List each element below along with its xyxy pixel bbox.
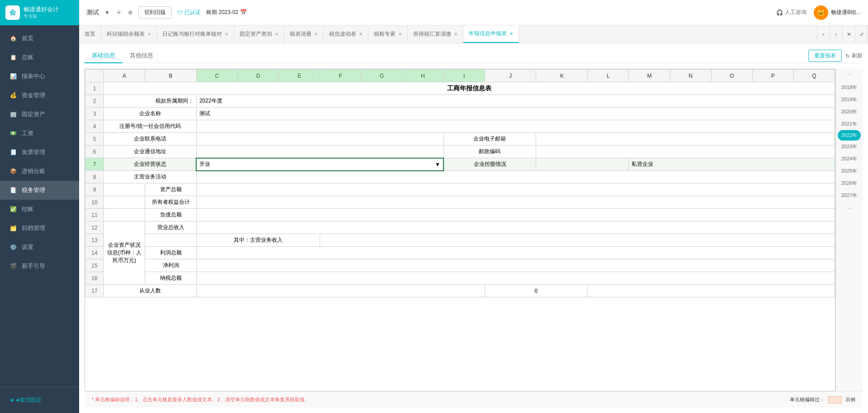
cell-C4[interactable] <box>196 120 835 133</box>
reset-button[interactable]: 重置报表 <box>808 50 842 62</box>
sidebar-item-固定资产[interactable]: 🏢 固定资产 <box>0 105 79 124</box>
cell-C3[interactable]: 测试 <box>196 108 835 120</box>
title-cell[interactable]: 工商年报信息表 <box>104 82 835 95</box>
cell-C10[interactable] <box>196 196 835 209</box>
tab-close-1[interactable]: ✕ <box>147 32 151 37</box>
refresh-button[interactable]: ↻ 刷新 <box>845 50 863 62</box>
col-header-N[interactable]: N <box>670 70 711 82</box>
col-header-M[interactable]: M <box>629 70 670 82</box>
dropdown-value[interactable]: 开业 ▼ <box>197 160 443 169</box>
cell-C16[interactable] <box>196 272 835 285</box>
tab-item-5[interactable]: 税负波动表✕ <box>324 25 368 43</box>
col-header-E[interactable]: E <box>279 70 320 82</box>
tab-expand[interactable]: ⤢ <box>855 25 868 43</box>
col-header-D[interactable]: D <box>238 70 279 82</box>
cell-C6[interactable] <box>196 145 443 158</box>
cell-C11[interactable] <box>196 209 835 221</box>
col-header-F[interactable]: F <box>320 70 361 82</box>
tab-close-5[interactable]: ✕ <box>359 32 363 37</box>
tab-close-3[interactable]: ✕ <box>275 32 278 37</box>
tab-item-7[interactable]: 所得税汇算清缴✕ <box>408 25 463 43</box>
cell-N7[interactable]: 私营企业 <box>629 158 835 171</box>
cell-C9[interactable] <box>196 183 835 196</box>
col-header-G[interactable]: G <box>361 70 402 82</box>
year-item-2026年[interactable]: 2026年 <box>840 177 859 189</box>
cell-C14[interactable] <box>196 247 835 259</box>
col-header-Q[interactable]: Q <box>793 70 835 82</box>
year-item-2022年[interactable]: 2022年 <box>838 130 861 141</box>
col-header-L[interactable]: L <box>588 70 629 82</box>
cell-C8[interactable] <box>196 171 835 183</box>
tab-item-1[interactable]: 科目辅助余额表✕ <box>101 25 157 43</box>
sidebar-item-新手引导[interactable]: 🎬 新手引导 <box>0 257 79 276</box>
sub-tab-0[interactable]: 基础信息 <box>85 49 123 63</box>
year-item-2019年[interactable]: 2019年 <box>840 94 859 106</box>
topbar-settings-icon[interactable]: ⚙ <box>128 9 133 16</box>
cell-C7-dropdown[interactable]: 开业 ▼ <box>196 158 443 171</box>
service-button[interactable]: 🎧 人工咨询 <box>776 9 807 16</box>
user-menu[interactable]: 🐱 畅捷通B组... <box>814 5 861 20</box>
sidebar-item-税务管理[interactable]: 📑 税务管理 <box>0 181 79 200</box>
tab-close-2[interactable]: ✕ <box>225 32 228 37</box>
year-item-2025年[interactable]: 2025年 <box>840 165 859 177</box>
year-item-2018年[interactable]: 2018年 <box>840 81 859 94</box>
topbar-add-icon[interactable]: ＋ <box>115 8 123 17</box>
cell-J17[interactable]: 0 <box>485 285 588 297</box>
sidebar-item-报表中心[interactable]: 📊 报表中心 <box>0 67 79 86</box>
col-header-H[interactable]: H <box>402 70 443 82</box>
tab-close-6[interactable]: ✕ <box>398 32 402 37</box>
tab-close-4[interactable]: ✕ <box>314 32 318 37</box>
cell-C17[interactable] <box>196 285 485 297</box>
cell-C2[interactable]: 2022年度 <box>196 95 835 108</box>
sidebar-item-结账[interactable]: ✅ 结账 <box>0 200 79 219</box>
sidebar-item-工资[interactable]: 💵 工资 <box>0 124 79 143</box>
col-header-A[interactable]: A <box>104 70 145 82</box>
pin-button[interactable]: ◄◄取消固定 <box>0 392 79 408</box>
cell-C15[interactable] <box>196 259 835 272</box>
tab-item-4[interactable]: 税表清册✕ <box>284 25 324 43</box>
sub-tab-1[interactable]: 其他信息 <box>123 49 160 63</box>
tab-item-3[interactable]: 固定资产类别✕ <box>234 25 284 43</box>
year-item-2020年[interactable]: 2020年 <box>840 106 859 118</box>
year-item-2027年[interactable]: 2027年 <box>840 189 859 202</box>
tab-item-6[interactable]: 税检专家✕ <box>368 25 408 43</box>
cell-L7[interactable] <box>536 158 629 171</box>
sidebar-item-资金管理[interactable]: 💰 资金管理 <box>0 86 79 105</box>
topbar-dropdown-icon[interactable]: ▼ <box>104 9 110 16</box>
col-header-O[interactable]: O <box>711 70 752 82</box>
col-header-K[interactable]: K <box>536 70 588 82</box>
sidebar-item-发票管理[interactable]: 🧾 发票管理 <box>0 143 79 162</box>
sidebar-item-进销台账[interactable]: 📦 进销台账 <box>0 162 79 181</box>
switch-button[interactable]: 切到旧版 <box>138 6 172 19</box>
col-header-I[interactable]: I <box>443 70 485 82</box>
tab-nav-left[interactable]: ‹ <box>817 25 830 43</box>
cell-C12[interactable] <box>196 221 835 234</box>
cell-C5[interactable] <box>196 133 443 145</box>
year-item-2021年[interactable]: 2021年 <box>840 118 859 130</box>
col-header-B[interactable]: B <box>145 70 197 82</box>
spreadsheet[interactable]: A B C D E F G H I J <box>85 69 835 391</box>
calendar-icon[interactable]: 📅 <box>240 9 247 15</box>
sidebar-item-归档管理[interactable]: 🗂️ 归档管理 <box>0 219 79 238</box>
tab-item-2[interactable]: 日记账与银行对账单核对✕ <box>157 25 234 43</box>
col-header-J[interactable]: J <box>485 70 536 82</box>
tab-nav-right[interactable]: › <box>830 25 843 43</box>
cell-L6[interactable] <box>536 145 835 158</box>
col-header-P[interactable]: P <box>752 70 793 82</box>
dropdown-arrow[interactable]: ▼ <box>435 161 440 168</box>
cell-L5[interactable] <box>536 133 835 145</box>
tab-item-0[interactable]: 首页 <box>79 25 101 43</box>
tab-close-8[interactable]: ✕ <box>509 31 513 36</box>
year-item-2023年[interactable]: 2023年 <box>840 141 859 153</box>
tab-close-all[interactable]: ✕ <box>843 25 855 43</box>
col-header-C[interactable]: C <box>196 70 237 82</box>
tab-item-8[interactable]: 年报信息申报表✕ <box>463 25 519 43</box>
year-item-2024年[interactable]: 2024年 <box>840 153 859 165</box>
scroll-up-icon[interactable]: ⌃ <box>845 70 854 81</box>
cell-L17[interactable] <box>588 285 835 297</box>
sidebar-item-总账[interactable]: 📋 总账 <box>0 48 79 67</box>
tab-close-7[interactable]: ✕ <box>454 32 458 37</box>
scroll-down-icon[interactable]: ⌄ <box>845 202 854 212</box>
cell-F13[interactable] <box>320 234 835 247</box>
sidebar-item-设置[interactable]: ⚙️ 设置 <box>0 238 79 257</box>
